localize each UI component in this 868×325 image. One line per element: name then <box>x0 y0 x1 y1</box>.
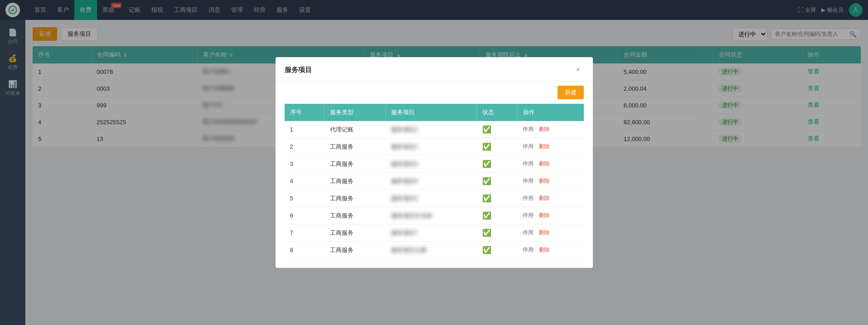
status-check-icon: ✅ <box>482 143 491 150</box>
modal-new-button[interactable]: 新建 <box>558 86 584 99</box>
status-check-icon: ✅ <box>482 229 491 237</box>
stop-button[interactable]: 停用 <box>523 143 533 150</box>
delete-button[interactable]: 删除 <box>539 126 550 132</box>
delete-button[interactable]: 删除 <box>539 212 550 218</box>
stop-button[interactable]: 停用 <box>523 195 533 201</box>
modal-service-table: 序号 服务类型 服务项目 状态 操作 1 代理记账 服务项目1 <box>285 104 584 259</box>
stop-button[interactable]: 停用 <box>523 178 533 184</box>
status-check-icon: ✅ <box>482 126 491 133</box>
delete-button[interactable]: 删除 <box>539 229 550 236</box>
status-check-icon: ✅ <box>482 246 491 254</box>
status-check-icon: ✅ <box>482 212 491 219</box>
modal-table-row: 4 工商服务 服务项目4 ✅ 停用 删除 <box>285 173 584 190</box>
modal-overlay[interactable]: 服务项目 × 新建 序号 服务类型 服务项目 状态 <box>25 20 868 325</box>
modal-body: 序号 服务类型 服务项目 状态 操作 1 代理记账 服务项目1 <box>276 104 593 268</box>
modal-col-status: 状态 <box>477 104 517 121</box>
modal-title: 服务项目 <box>285 66 312 74</box>
modal-table-row: 2 工商服务 服务项目2 ✅ 停用 删除 <box>285 138 584 155</box>
modal-col-seq: 序号 <box>285 104 325 121</box>
stop-button[interactable]: 停用 <box>523 247 533 253</box>
modal-col-type: 服务类型 <box>325 104 386 121</box>
service-items-modal: 服务项目 × 新建 序号 服务类型 服务项目 状态 <box>276 57 593 268</box>
modal-toolbar: 新建 <box>276 81 593 104</box>
stop-button[interactable]: 停用 <box>523 229 533 236</box>
main-content: 新增 服务项目 进行中 全部 已结束 🔍 序号 合 <box>25 20 868 325</box>
stop-button[interactable]: 停用 <box>523 160 533 167</box>
modal-table-row: 5 工商服务 服务项目5 ✅ 停用 删除 <box>285 190 584 207</box>
delete-button[interactable]: 删除 <box>539 160 550 167</box>
close-icon[interactable]: × <box>573 64 584 75</box>
modal-col-action: 操作 <box>517 104 583 121</box>
delete-button[interactable]: 删除 <box>539 195 550 201</box>
modal-table-row: 6 工商服务 服务项目长名称 ✅ 停用 删除 <box>285 207 584 224</box>
status-check-icon: ✅ <box>482 177 491 185</box>
modal-table-row: 3 工商服务 服务项目3 ✅ 停用 删除 <box>285 155 584 173</box>
delete-button[interactable]: 删除 <box>539 247 550 253</box>
stop-button[interactable]: 停用 <box>523 126 533 132</box>
modal-col-item: 服务项目 <box>386 104 477 121</box>
modal-table-row: 8 工商服务 服务项目注册 ✅ 停用 删除 <box>285 242 584 259</box>
stop-button[interactable]: 停用 <box>523 212 533 218</box>
modal-table-row: 1 代理记账 服务项目1 ✅ 停用 删除 <box>285 121 584 138</box>
modal-table-row: 7 工商服务 服务项目7 ✅ 停用 删除 <box>285 224 584 242</box>
delete-button[interactable]: 删除 <box>539 143 550 150</box>
status-check-icon: ✅ <box>482 194 491 202</box>
delete-button[interactable]: 删除 <box>539 178 550 184</box>
status-check-icon: ✅ <box>482 160 491 168</box>
modal-header: 服务项目 × <box>276 57 593 81</box>
layout: 📄 合同 💰 收费 📊 对账单 新增 服务项目 进行中 全部 已结束 <box>0 20 868 325</box>
